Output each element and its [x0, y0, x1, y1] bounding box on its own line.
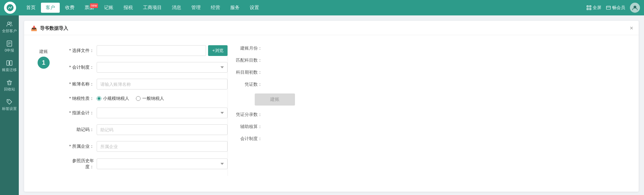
voucher-row: 凭证数：	[235, 81, 315, 87]
sidebar-item-all-clients[interactable]: 全部客户	[0, 18, 19, 36]
memo-row: 助记码：	[66, 124, 228, 135]
accounting-system-info-label: 会计制度：	[235, 136, 265, 142]
match-subject-row: 匹配科目数：	[235, 57, 315, 63]
sidebar-label-trash: 回收站	[4, 87, 15, 92]
import-dialog: 📥 导爷数据导入 × 建账 1 * 选择文件： +浏览	[24, 21, 639, 192]
nav-item-票据[interactable]: 票据new	[80, 3, 99, 13]
logo[interactable]	[4, 2, 16, 14]
sidebar-item-tag-settings[interactable]: 标签设置	[0, 96, 19, 114]
memo-input[interactable]	[97, 124, 228, 135]
svg-rect-1	[587, 6, 588, 7]
history-year-select[interactable]	[97, 158, 228, 169]
svg-rect-14	[7, 61, 9, 65]
history-year-row: 参照历史年度：	[66, 158, 228, 170]
sidebar-item-migrate[interactable]: 账套迁移	[0, 57, 19, 75]
ledger-name-input[interactable]	[97, 79, 228, 89]
member-label: 畅会员	[612, 5, 625, 11]
accounting-system-select[interactable]	[97, 62, 228, 73]
accountant-row: * 指派会计：	[66, 108, 228, 118]
browse-button[interactable]: +浏览	[208, 45, 228, 56]
svg-point-8	[8, 22, 10, 24]
initial-number-label: 科目期初数：	[235, 69, 265, 75]
member-btn[interactable]: 畅会员	[606, 5, 625, 11]
radio-general-label: 一般纳税人	[142, 95, 164, 102]
company-label: * 所属企业：	[66, 143, 97, 149]
nav-item-消息[interactable]: 消息	[167, 3, 186, 13]
step-indicator: 建账 1	[38, 45, 50, 176]
step-badge: 1	[38, 57, 50, 69]
svg-point-9	[10, 22, 12, 24]
company-input[interactable]	[97, 141, 228, 152]
svg-point-18	[8, 101, 9, 102]
sidebar: 全部客户 0申报 账套迁移 回收站 标签设置	[0, 15, 19, 195]
fullscreen-label: 全屏	[593, 5, 601, 11]
top-nav: 首页客户收费票据new记账报税工商项目消息管理经营服务设置 全屏 畅会员	[0, 0, 644, 15]
nav-item-收费[interactable]: 收费	[60, 3, 79, 13]
radio-general-taxpayer[interactable]: 一般纳税人	[136, 95, 164, 102]
radio-small-taxpayer[interactable]: 小规模纳税人	[97, 95, 129, 102]
aux-row: 辅助核算：	[235, 124, 315, 130]
build-account-button[interactable]: 建账	[255, 93, 295, 106]
sidebar-item-trash[interactable]: 回收站	[0, 76, 19, 94]
sidebar-item-zero-report[interactable]: 0申报	[0, 38, 19, 56]
history-year-label: 参照历史年度：	[66, 158, 97, 170]
nav-item-工商项目[interactable]: 工商项目	[138, 3, 166, 13]
accounting-system-label: * 会计制度：	[66, 64, 97, 70]
fullscreen-btn[interactable]: 全屏	[587, 5, 601, 11]
accounting-system-info-row: 会计制度：	[235, 136, 315, 142]
step-section-label: 建账	[39, 49, 48, 55]
accounting-system-row: * 会计制度：	[66, 62, 228, 73]
file-select-row: * 选择文件： +浏览	[66, 45, 228, 56]
nav-item-报税[interactable]: 报税	[119, 3, 138, 13]
sidebar-label-tag-settings: 标签设置	[2, 106, 17, 111]
close-button[interactable]: ×	[630, 25, 633, 32]
match-subject-label: 匹配科目数：	[235, 57, 265, 63]
voucher-label: 凭证数：	[235, 81, 265, 87]
nav-item-客户[interactable]: 客户	[41, 3, 60, 13]
file-input-wrapper: +浏览	[97, 45, 228, 56]
form-fields: * 选择文件： +浏览 * 会计制度： * 账簿名称：	[66, 45, 228, 176]
tax-radio-group: 小规模纳税人 一般纳税人	[97, 95, 164, 102]
file-input[interactable]	[97, 45, 206, 56]
nav-badge: new	[90, 3, 98, 8]
memo-label: 助记码：	[66, 127, 97, 133]
sidebar-label-migrate: 账套迁移	[2, 67, 17, 72]
form-body: 建账 1 * 选择文件： +浏览 * 会计制度：	[24, 35, 639, 186]
month-row: 建账月份：	[235, 45, 315, 51]
card-header: 📥 导爷数据导入 ×	[24, 21, 639, 35]
ledger-name-row: * 账簿名称：	[66, 79, 228, 89]
aux-label: 辅助核算：	[235, 124, 265, 130]
svg-rect-2	[590, 6, 591, 7]
ledger-name-label: * 账簿名称：	[66, 81, 97, 87]
radio-small-label: 小规模纳税人	[103, 95, 129, 102]
nav-item-首页[interactable]: 首页	[21, 3, 40, 13]
nav-item-设置[interactable]: 设置	[245, 3, 264, 13]
accountant-select[interactable]	[97, 108, 228, 118]
main-content: 📥 导爷数据导入 × 建账 1 * 选择文件： +浏览	[19, 15, 644, 195]
nav-item-服务[interactable]: 服务	[226, 3, 244, 13]
sidebar-label-all-clients: 全部客户	[2, 28, 17, 34]
month-label: 建账月份：	[235, 45, 265, 51]
sidebar-label-zero-report: 0申报	[5, 48, 14, 53]
nav-item-经营[interactable]: 经营	[206, 3, 225, 13]
radio-small-input[interactable]	[97, 96, 101, 101]
nav-right: 全屏 畅会员	[587, 3, 640, 13]
nav-items: 首页客户收费票据new记账报税工商项目消息管理经营服务设置	[21, 3, 587, 13]
radio-general-input[interactable]	[136, 96, 141, 101]
svg-rect-3	[587, 8, 588, 10]
tax-type-row: * 纳税性质： 小规模纳税人 一般纳税人	[66, 95, 228, 102]
accountant-label: * 指派会计：	[66, 110, 97, 116]
nav-item-管理[interactable]: 管理	[187, 3, 205, 13]
nav-item-记账[interactable]: 记账	[99, 3, 118, 13]
right-panel: 建账月份： 匹配科目数： 科目期初数： 凭证数： 建账	[228, 45, 315, 176]
import-icon: 📥	[31, 25, 37, 31]
card-title: 导爷数据导入	[40, 25, 68, 31]
svg-rect-5	[606, 6, 610, 9]
file-label: * 选择文件：	[66, 48, 97, 54]
user-avatar[interactable]	[630, 3, 640, 13]
tax-type-label: * 纳税性质：	[66, 95, 97, 102]
svg-rect-4	[590, 8, 591, 10]
voucher-entries-label: 凭证分录数：	[235, 112, 265, 118]
voucher-entries-row: 凭证分录数：	[235, 112, 315, 118]
initial-number-row: 科目期初数：	[235, 69, 315, 75]
